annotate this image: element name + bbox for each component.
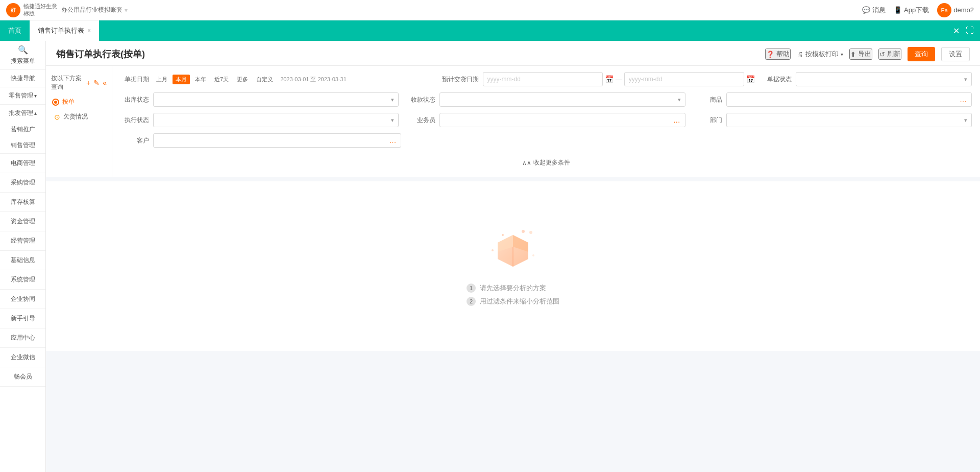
calendar-end-icon[interactable]: 📅	[746, 75, 755, 83]
page-header-actions: ❓ 帮助 🖨 按模板打印 ▾ ⬆ 导出 ↺ 刷新 查询 设置	[765, 47, 970, 61]
filter-row-1: 单据日期 上月 本月 本年 近7天 更多 自定义 2023-03-01 至 20…	[120, 72, 972, 86]
customer-select[interactable]: …	[153, 133, 401, 148]
sidebar-section-app-center: 应用中心	[0, 328, 45, 348]
logo-icon: 好	[6, 3, 20, 17]
help-button[interactable]: ❓ 帮助	[765, 49, 791, 60]
chevron-down-icon: ▾	[391, 117, 394, 124]
sidebar-item-wechat[interactable]: 企业微信	[0, 348, 45, 367]
top-bar-right: 💬 消息 📱 App下载 Ea demo2	[862, 3, 974, 17]
calendar-start-icon[interactable]: 📅	[605, 75, 614, 83]
sidebar-item-member[interactable]: 畅会员	[0, 367, 45, 386]
date-custom-button[interactable]: 自定义	[253, 75, 276, 84]
sidebar-item-app-center[interactable]: 应用中心	[0, 328, 45, 347]
scheme-panel: 按以下方案查询 + ✎ « 按单 ⊙ 欠货情况	[46, 66, 112, 177]
sidebar-item-purchase[interactable]: 采购管理	[0, 173, 45, 192]
sidebar-item-system[interactable]: 系统管理	[0, 270, 45, 289]
message-icon: 💬	[862, 6, 870, 14]
content-area: 销售订单执行表(按单) ❓ 帮助 🖨 按模板打印 ▾ ⬆ 导出 ↺ 刷新	[46, 41, 980, 472]
sidebar-item-quick-nav[interactable]: 快捷导航	[0, 70, 45, 87]
logo-text: 畅捷通好生意 标版	[23, 3, 57, 16]
download-icon: 📱	[894, 6, 902, 14]
date-range-display: 2023-03-01 至 2023-03-31	[280, 76, 347, 83]
empty-message-1: 1 请先选择要分析的方案	[467, 284, 559, 293]
sidebar-item-ecommerce[interactable]: 电商管理	[0, 154, 45, 173]
add-scheme-button[interactable]: +	[86, 79, 90, 87]
collection-status-select[interactable]: ▾	[439, 92, 685, 107]
delivery-date-start[interactable]: yyyy-mm-dd	[483, 72, 603, 86]
sidebar-section-newbie: 新手引导	[0, 309, 45, 328]
user-menu[interactable]: Ea demo2	[937, 3, 974, 17]
filter-field-goods: 商品 …	[694, 92, 972, 107]
salesman-select[interactable]: …	[439, 113, 685, 127]
scheme-item-by-order[interactable]: 按单	[46, 95, 112, 109]
filter-field-exec-status: 执行状态 ▾	[120, 113, 399, 127]
sidebar-item-search[interactable]: 🔍 搜索菜单	[0, 41, 45, 69]
sidebar-section-search: 🔍 搜索菜单	[0, 41, 45, 70]
sidebar-item-basic[interactable]: 基础信息	[0, 251, 45, 270]
sidebar-section-purchase: 采购管理	[0, 173, 45, 193]
sidebar-item-enterprise[interactable]: 企业协同	[0, 290, 45, 309]
more-dots-salesman-icon[interactable]: …	[673, 116, 681, 124]
exec-status-select[interactable]: ▾	[153, 113, 399, 127]
tab-close-button[interactable]: ×	[87, 27, 91, 34]
sidebar-item-marketing[interactable]: 营销推广	[0, 122, 45, 137]
message-button[interactable]: 💬 消息	[862, 6, 886, 15]
more-dots-icon[interactable]: …	[960, 96, 967, 104]
sidebar-item-operations[interactable]: 经营管理	[0, 231, 45, 250]
page-header: 销售订单执行表(按单) ❓ 帮助 🖨 按模板打印 ▾ ⬆ 导出 ↺ 刷新	[46, 41, 980, 66]
date-more-button[interactable]: 更多	[234, 75, 251, 84]
scheme-header-icons: + ✎ «	[86, 79, 107, 87]
refresh-button[interactable]: ↺ 刷新	[878, 49, 901, 60]
avatar: Ea	[937, 3, 951, 17]
date-current-year-button[interactable]: 本年	[192, 75, 209, 84]
sidebar-section-operations: 经营管理	[0, 231, 45, 251]
dept-select[interactable]: ▾	[726, 113, 972, 127]
sidebar-section-ecom: 电商管理	[0, 154, 45, 173]
more-dots-customer-icon[interactable]: …	[389, 136, 397, 145]
print-chevron-icon: ▾	[841, 52, 843, 57]
filter-row-2: 出库状态 ▾ 收款状态 ▾ 商品	[120, 92, 972, 107]
sidebar-section-enterprise: 企业协同	[0, 290, 45, 309]
print-icon: 🖨	[797, 51, 803, 58]
date-current-month-button[interactable]: 本月	[173, 75, 190, 84]
settings-button[interactable]: 设置	[941, 47, 970, 61]
sidebar-item-retail[interactable]: 零售管理 ▾	[0, 87, 45, 104]
collapse-scheme-button[interactable]: «	[103, 79, 107, 87]
app-download-button[interactable]: 📱 App下载	[894, 6, 929, 15]
sidebar-section-wholesale: 批发管理 ▴ 营销推广 销售管理	[0, 105, 45, 154]
tab-sales-order[interactable]: 销售订单执行表 ×	[30, 20, 99, 41]
search-icon: 🔍	[18, 45, 28, 55]
top-bar-left: 好 畅捷通好生意 标版 办公用品行业模拟账套 ▾	[6, 3, 128, 17]
date-7days-button[interactable]: 近7天	[211, 75, 232, 84]
close-window-icon[interactable]: ✕	[953, 26, 960, 36]
query-button[interactable]: 查询	[908, 47, 935, 61]
collapse-button[interactable]: ∧∧ 收起更多条件	[522, 158, 570, 167]
sidebar-section-member: 畅会员	[0, 367, 45, 387]
empty-message-2: 2 用过滤条件来缩小分析范围	[467, 297, 559, 306]
sidebar-item-inventory[interactable]: 库存核算	[0, 193, 45, 211]
print-button[interactable]: 🖨 按模板打印 ▾	[797, 50, 843, 59]
sidebar-item-sales[interactable]: 销售管理	[0, 137, 45, 153]
out-status-select[interactable]: ▾	[153, 92, 399, 107]
filter-row-4: 客户 …	[120, 133, 972, 148]
scheme-item-shortage[interactable]: ⊙ 欠货情况	[46, 109, 112, 124]
sidebar-item-wholesale[interactable]: 批发管理 ▴	[0, 105, 45, 122]
goods-select[interactable]: …	[726, 92, 972, 107]
edit-scheme-button[interactable]: ✎	[93, 79, 100, 87]
section-divider	[46, 177, 980, 181]
sidebar-item-finance[interactable]: 资金管理	[0, 212, 45, 231]
delivery-date-end[interactable]: yyyy-mm-dd	[624, 72, 744, 86]
empty-messages: 1 请先选择要分析的方案 2 用过滤条件来缩小分析范围	[467, 284, 559, 310]
chevron-down-icon: ▾	[678, 97, 681, 103]
export-icon: ⬆	[850, 51, 856, 58]
breadcrumb[interactable]: 办公用品行业模拟账套 ▾	[61, 6, 128, 14]
export-button[interactable]: ⬆ 导出	[849, 49, 872, 60]
sidebar-section-basic: 基础信息	[0, 251, 45, 270]
date-prev-month-button[interactable]: 上月	[153, 75, 170, 84]
doc-status-select[interactable]: ▾	[796, 72, 972, 86]
top-bar: 好 畅捷通好生意 标版 办公用品行业模拟账套 ▾ 💬 消息 📱 App下载 Ea…	[0, 0, 980, 20]
maximize-icon[interactable]: ⛶	[966, 26, 974, 35]
sidebar-item-newbie[interactable]: 新手引导	[0, 309, 45, 328]
tab-home[interactable]: 首页	[0, 20, 30, 41]
svg-point-5	[492, 249, 494, 251]
